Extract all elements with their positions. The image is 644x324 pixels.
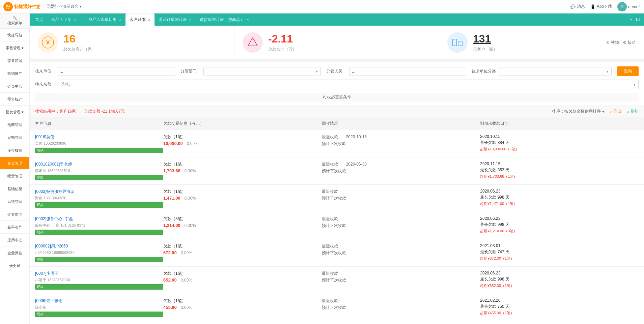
sidebar-item-finance[interactable]: 资金管理 bbox=[0, 157, 29, 170]
customer-name-0006[interactable]: [0006]去下粮仓 bbox=[35, 298, 163, 304]
table-row: [0007]小进干 小进干 18279152100 现款 欠款（1笔） 652.… bbox=[30, 267, 644, 294]
customer-tag-0003: 现款 bbox=[35, 202, 163, 208]
customer-phone-000002: 用户2050 18665062050 bbox=[35, 250, 163, 255]
customer-info-000002: [000002]用户2050 用户2050 18665062050 现款 bbox=[35, 243, 163, 262]
overdue-link-00010200001[interactable]: 超期¥1,703.68（1笔） bbox=[480, 174, 639, 179]
industry-selector[interactable]: 母婴行业演示账套 ▾ bbox=[43, 4, 84, 9]
overdue-link-0002[interactable]: 超期¥1,214.00（3笔） bbox=[480, 229, 639, 234]
user-profile[interactable]: D demo2 bbox=[617, 2, 641, 11]
overdue-link-0016[interactable]: 超期¥10,000.00（1笔） bbox=[480, 147, 639, 152]
tab-customer-account-close[interactable]: ✕ bbox=[148, 18, 150, 22]
tab-maximize-icon[interactable]: ⊡ bbox=[636, 17, 640, 23]
overdue-date-0016: 2020.10.15 bbox=[480, 134, 639, 139]
svg-rect-3 bbox=[453, 39, 457, 46]
overdue-days-0003: 最长欠款 998 天 bbox=[480, 195, 639, 200]
help-btn[interactable]: ⊘ 帮助 bbox=[623, 40, 636, 46]
last-collection-label-0006: 最近收款 bbox=[322, 298, 480, 304]
customer-phone-0016: 吴俊 13026203696 bbox=[35, 141, 163, 146]
refresh-label: 刷新 bbox=[631, 109, 639, 114]
customer-name-0007[interactable]: [0007]小进干 bbox=[35, 271, 163, 276]
sidebar-item-member[interactable]: 会员中心 bbox=[0, 80, 29, 93]
dept-arrow-icon: ▾ bbox=[316, 69, 318, 74]
customer-name-00010200001[interactable]: [0001020001]李老师 bbox=[35, 161, 163, 167]
sidebar-item-ecom[interactable]: 电商管理 bbox=[0, 118, 29, 131]
sidebar-item-ops[interactable]: 经营管理 bbox=[0, 170, 29, 182]
collapse-button[interactable]: ⋀ 收起更多条件 bbox=[35, 93, 639, 101]
next-collection-label-0006: 预计下次收款 bbox=[322, 305, 480, 311]
debt-percent-0006: 0.00% bbox=[181, 305, 192, 310]
sidebar-item-app-center[interactable]: 应用中心 bbox=[0, 234, 29, 246]
overdue-link-0007[interactable]: 超期¥652.00（1笔） bbox=[480, 283, 639, 288]
app-download-button[interactable]: 📱 App下载 bbox=[590, 4, 612, 9]
tab-minimize-icon[interactable]: － bbox=[628, 17, 633, 23]
sidebar-item-sys[interactable]: 系统管理 bbox=[0, 195, 29, 208]
overdue-info-0006: 2021.02.26 最长欠款 750 天 超期¥455.90（1笔） bbox=[480, 298, 639, 317]
tab-inbound-stats[interactable]: 进货单统计表（按商品） ✕ bbox=[196, 13, 253, 26]
sort-select[interactable]: 排序：按欠款金额倒序排序 ▾ bbox=[552, 109, 604, 114]
sidebar-item-purchase[interactable]: 采购管理 bbox=[0, 131, 29, 144]
customer-phone-0007: 小进干 18279152100 bbox=[35, 277, 163, 283]
filter-area: 往来单位 ... 分管部门 ▾ bbox=[30, 62, 644, 106]
overdue-info-0003: 2020.06.23 最长欠款 998 天 超期¥1,471.00（1笔） bbox=[480, 189, 639, 208]
tab-product-history[interactable]: 产成品入库单历史 ✕ bbox=[80, 13, 125, 26]
export-button[interactable]: ○ 导出 bbox=[610, 109, 621, 114]
customer-tag-000002: 现款 bbox=[35, 257, 163, 262]
debt-customers-label: 总欠款客户（家） bbox=[63, 47, 96, 52]
person-label: 分管人员 bbox=[326, 68, 346, 74]
sidebar-item-batch-mgmt[interactable]: 批发管理 ▾ bbox=[0, 106, 29, 118]
customer-name-000002[interactable]: [000002]用户2050 bbox=[35, 243, 163, 249]
debt-info-0003: 欠款（1笔） 1,471.00 0.00% bbox=[163, 189, 322, 208]
tab-product-listing-close[interactable]: ✕ bbox=[74, 18, 76, 22]
debt-count-0003: 欠款（1笔） bbox=[163, 189, 322, 195]
sidebar-item-retail-stats[interactable]: 零售统计 bbox=[0, 93, 29, 106]
overdue-link-000002[interactable]: 超期¥672.00（1笔） bbox=[480, 256, 639, 261]
sidebar-item-vip[interactable]: 畅会员 bbox=[0, 259, 29, 272]
from-unit-input[interactable]: ... bbox=[58, 67, 175, 76]
customer-name-0016[interactable]: [0016]吴俊 bbox=[35, 134, 163, 140]
tab-product-listing[interactable]: 商品上下架 ✕ bbox=[47, 13, 80, 26]
sidebar-item-corp-wechat[interactable]: 企业微信 bbox=[0, 246, 29, 259]
sidebar-item-corp-collab[interactable]: 企业协同 bbox=[0, 208, 29, 221]
sidebar-item-basic-info[interactable]: 基础信息 bbox=[0, 182, 29, 195]
customer-name-0002[interactable]: [0002]服务中心_丁磊 bbox=[35, 216, 163, 222]
remaining-select[interactable]: 选择... ▾ bbox=[58, 80, 639, 89]
overdue-link-0006[interactable]: 超期¥455.90（1笔） bbox=[480, 311, 639, 316]
person-dots: ... bbox=[352, 69, 356, 74]
sidebar-item-retail-mall[interactable]: 零售商城 bbox=[0, 54, 29, 67]
sidebar-item-quick-nav[interactable]: 快捷导航 bbox=[0, 29, 29, 41]
overdue-info-0016: 2020.10.15 最长欠款 884 天 超期¥10,000.00（1笔） bbox=[480, 134, 639, 153]
dept-select[interactable]: ▾ bbox=[203, 67, 320, 76]
person-input[interactable]: ... bbox=[349, 67, 466, 76]
last-collection-label-0016: 最近收款 2020-10-15 bbox=[322, 134, 480, 140]
filter-row-1: 往来单位 ... 分管部门 ▾ bbox=[35, 66, 639, 76]
content-area: 首页 商品上下架 ✕ 产成品入库单历史 ✕ 客户账本 ✕ 采购订单统计表 ✕ bbox=[30, 13, 644, 324]
unit-category-select[interactable]: ▾ bbox=[499, 67, 612, 76]
next-collection-label-000002: 预计下次收款 bbox=[322, 250, 480, 256]
refresh-button[interactable]: ○ 刷新 bbox=[627, 109, 639, 114]
logo-text: 畅捷通好生意 bbox=[14, 4, 40, 10]
debt-amount-0003: 1,471.00 bbox=[163, 196, 180, 201]
customer-phone-0003: 海燕 18513066976 bbox=[35, 196, 163, 201]
sidebar-search[interactable]: 🔍 搜索菜单 bbox=[0, 13, 29, 29]
total-customers-label: 总客户（家） bbox=[473, 47, 497, 52]
sidebar-item-retail-mgmt[interactable]: 零售管理 ▾ bbox=[0, 41, 29, 54]
debt-info-00010200001: 欠款（1笔） 1,703.68 0.00% bbox=[163, 161, 322, 180]
sidebar-item-newbie[interactable]: 新手引导 bbox=[0, 221, 29, 234]
tab-purchase-order-close[interactable]: ✕ bbox=[189, 18, 192, 22]
sidebar-item-inventory[interactable]: 库存核算 bbox=[0, 144, 29, 157]
overdue-link-0003[interactable]: 超期¥1,471.00（1笔） bbox=[480, 201, 639, 206]
app-download-icon: 📱 bbox=[590, 4, 595, 9]
username: demo2 bbox=[628, 4, 641, 9]
tab-home[interactable]: 首页 bbox=[31, 13, 47, 26]
customer-tag-0016: 现款 bbox=[35, 148, 163, 153]
tab-inbound-stats-close[interactable]: ✕ bbox=[246, 18, 249, 22]
tab-purchase-order[interactable]: 采购订单统计表 ✕ bbox=[155, 13, 196, 26]
refresh-icon: ○ bbox=[627, 109, 629, 114]
tab-customer-account[interactable]: 客户账本 ✕ bbox=[125, 13, 155, 26]
video-btn[interactable]: ⊙ 视频 bbox=[606, 40, 619, 46]
sidebar-item-marketing[interactable]: 营销推广 bbox=[0, 67, 29, 80]
message-button[interactable]: 💬 消息 bbox=[570, 4, 585, 9]
search-button[interactable]: 查询 bbox=[617, 66, 639, 76]
tab-product-history-close[interactable]: ✕ bbox=[119, 18, 121, 22]
customer-name-0003[interactable]: [0003]畅捷服务尹海蕊 bbox=[35, 189, 163, 195]
